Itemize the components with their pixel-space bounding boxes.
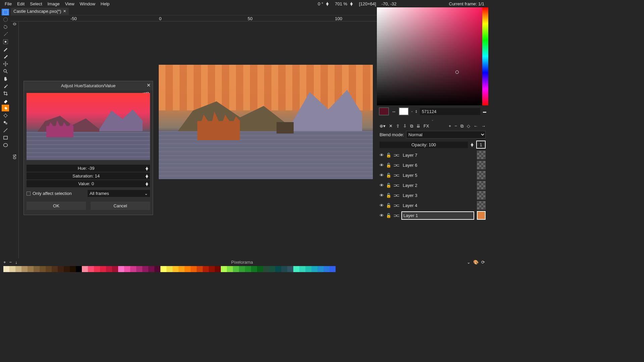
collapse-color-panel[interactable]: ⌄ [377,117,488,122]
lock-icon[interactable]: 🔓 [386,163,391,168]
layer-duplicate-icon[interactable]: ⧉ [410,123,413,129]
saturation-value-field[interactable] [377,7,482,105]
palette-color[interactable] [136,266,142,272]
layer-thumbnail[interactable] [477,171,486,179]
layer-thumbnail[interactable] [477,201,486,210]
ruler-vertical[interactable]: 0 50 [11,21,19,258]
palette-color[interactable] [34,266,40,272]
link-icon[interactable]: ⊃⊂ [393,193,399,198]
palette-color[interactable] [46,266,52,272]
palette-color[interactable] [100,266,106,272]
palette-download-icon[interactable]: ↓ [15,260,17,265]
visibility-icon[interactable]: 👁 [380,183,384,188]
visibility-icon[interactable]: 👁 [380,153,384,158]
menu-select[interactable]: Select [27,1,45,6]
palette-color[interactable] [160,266,166,272]
palette-color[interactable] [172,266,179,272]
palette-color[interactable] [305,266,311,272]
palette-color[interactable] [21,266,28,272]
value-slider-input[interactable]: Value: 0▲▼ [27,180,150,187]
ok-button[interactable]: OK [27,202,86,210]
sliders-toggle-icon[interactable]: ‡ [415,110,417,113]
palette-color[interactable] [239,266,245,272]
ellipse-select-tool[interactable] [2,16,9,23]
move-tool[interactable] [2,60,9,67]
palette-color[interactable] [257,266,263,272]
palette-color[interactable] [52,266,58,272]
hue-slider-input[interactable]: Hue: -39▲▼ [27,165,150,172]
palette-color[interactable] [191,266,197,272]
lock-icon[interactable]: 🔓 [386,153,391,158]
cancel-button[interactable]: Cancel [91,202,150,210]
frame-add-icon[interactable]: + [449,123,451,129]
palette-color[interactable] [124,266,130,272]
lock-icon[interactable]: 🔓 [386,183,391,188]
link-icon[interactable]: ⊃⊂ [393,173,399,178]
layer-row[interactable]: 👁🔓⊃⊂Layer 4 [377,200,488,210]
menu-window[interactable]: Window [77,1,98,6]
saturation-slider-input[interactable]: Saturation: 14▲▼ [27,172,150,179]
shine-tool[interactable] [2,112,9,119]
layer-name[interactable]: Layer 5 [401,172,474,179]
palette-color[interactable] [70,266,76,272]
layer-thumbnail[interactable] [477,211,486,220]
layer-row[interactable]: 👁🔓⊃⊂Layer 5 [377,170,488,180]
frame-tag-icon[interactable]: ◇ [467,123,470,129]
bucket-tool[interactable] [2,105,9,111]
palette-color[interactable] [9,266,15,272]
palette-color[interactable] [209,266,215,272]
palette-color[interactable] [40,266,46,272]
palette-color[interactable] [269,266,275,272]
link-icon[interactable]: ⊃⊂ [393,153,399,158]
palette-color[interactable] [233,266,239,272]
frame-clone-icon[interactable]: ⧉ [460,123,463,129]
pan-tool[interactable] [2,75,9,82]
palette-color[interactable] [203,266,209,272]
layer-thumbnail[interactable] [477,151,486,159]
palette-color[interactable] [251,266,257,272]
color-picker[interactable] [377,7,488,105]
pencil-tool[interactable] [2,46,9,52]
blend-mode-select[interactable]: Normal [406,131,486,139]
opacity-field[interactable]: Opacity: 100 [380,142,468,148]
menu-help[interactable]: Help [98,1,112,6]
color-select-tool[interactable] [2,38,9,45]
magic-wand-tool[interactable] [2,31,9,38]
link-icon[interactable]: ⊃⊂ [393,163,399,168]
palette-color[interactable] [15,266,21,272]
menu-view[interactable]: View [62,1,77,6]
palette-color[interactable] [94,266,100,272]
visibility-icon[interactable]: 👁 [380,193,384,198]
eyedropper-tool[interactable] [2,83,9,89]
palette-color[interactable] [185,266,191,272]
eraser-tool[interactable] [2,97,9,104]
palette-color[interactable] [64,266,70,272]
ruler-horizontal[interactable]: -50 0 50 100 [11,15,377,21]
hue-slider[interactable] [482,7,488,105]
lasso-tool[interactable] [2,23,9,30]
document-tab[interactable]: Castle Landscape.pxo(*) ✕ [11,8,69,15]
palette-color[interactable] [130,266,136,272]
color-format-icon[interactable]: ▬ [483,110,486,113]
frames-scope-select[interactable]: All frames⌄ [88,190,150,197]
palette-color[interactable] [76,266,82,272]
rotation-display[interactable]: 0 ° ▲▼ [318,1,330,6]
menu-edit[interactable]: Edit [14,1,27,6]
lock-icon[interactable]: 🔓 [386,213,391,218]
palette-color[interactable] [148,266,154,272]
layer-merge-icon[interactable]: ⇊ [416,123,420,129]
palette-color[interactable] [154,266,160,272]
link-icon[interactable]: ⊃⊂ [393,203,399,208]
lock-icon[interactable]: 🔓 [386,193,391,198]
mini-swatch-icon[interactable]: ▫ [411,110,413,113]
lock-icon[interactable]: 🔓 [386,203,391,208]
layer-row[interactable]: 👁🔓⊃⊂Layer 7 [377,150,488,160]
crop-tool[interactable] [2,90,9,97]
palette-color[interactable] [245,266,251,272]
layer-fx-icon[interactable]: FX [424,123,429,129]
color-picker-cursor[interactable] [455,70,459,74]
palette-color[interactable] [166,266,172,272]
palette-color[interactable] [275,266,281,272]
palette-color[interactable] [311,266,317,272]
layer-name[interactable]: Layer 7 [401,152,474,159]
